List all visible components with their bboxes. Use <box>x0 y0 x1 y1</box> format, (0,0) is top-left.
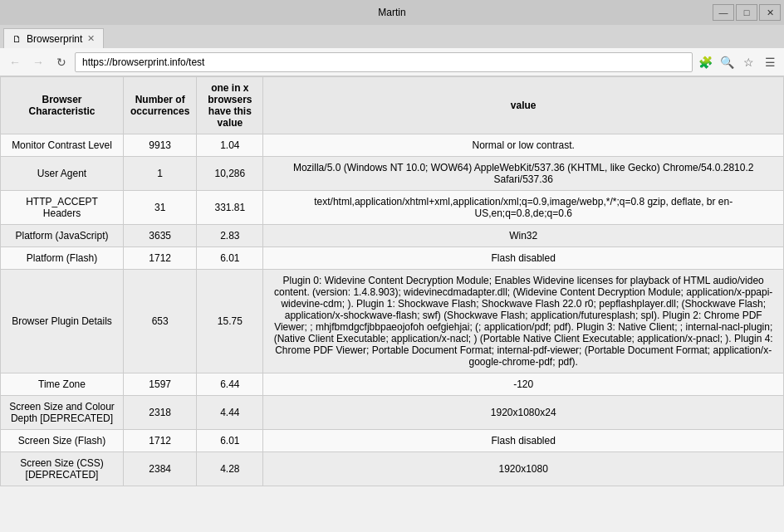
fingerprint-table: Browser Characteristic Number of occurre… <box>0 76 784 486</box>
bookmark-icon[interactable]: ☆ <box>739 53 757 71</box>
cell-value: 1920x1080 <box>263 452 784 486</box>
refresh-button[interactable]: ↻ <box>51 52 71 72</box>
nav-bar: ← → ↻ 🧩 🔍 ☆ ☰ <box>0 48 784 76</box>
cell-value: Flash disabled <box>263 247 784 270</box>
cell-value: 1920x1080x24 <box>263 396 784 430</box>
table-row: Monitor Contrast Level99131.04Normal or … <box>1 134 784 157</box>
table-row: Time Zone15976.44-120 <box>1 373 784 396</box>
cell-occurrences: 31 <box>124 191 197 225</box>
cell-value: text/html,application/xhtml+xml,applicat… <box>263 191 784 225</box>
nav-icons: 🧩 🔍 ☆ ☰ <box>696 53 779 71</box>
header-value: value <box>263 77 784 134</box>
cell-characteristic: Platform (Flash) <box>1 247 124 270</box>
cell-one-in-x: 331.81 <box>197 191 263 225</box>
browser-tab[interactable]: 🗋 Browserprint ✕ <box>3 28 104 48</box>
cell-characteristic: Screen Size (Flash) <box>1 430 124 452</box>
extensions-icon[interactable]: 🧩 <box>696 53 714 71</box>
cell-occurrences: 1597 <box>124 373 197 396</box>
cell-one-in-x: 4.44 <box>197 396 263 430</box>
title-bar-user: Martin <box>378 7 405 18</box>
cell-characteristic: Platform (JavaScript) <box>1 225 124 247</box>
cell-occurrences: 9913 <box>124 134 197 157</box>
cell-one-in-x: 15.75 <box>197 270 263 373</box>
cell-one-in-x: 2.83 <box>197 225 263 247</box>
table-row: Browser Plugin Details65315.75Plugin 0: … <box>1 270 784 373</box>
table-row: HTTP_ACCEPT Headers31331.81text/html,app… <box>1 191 784 225</box>
cell-occurrences: 653 <box>124 270 197 373</box>
cell-characteristic: Screen Size and Colour Depth [DEPRECATED… <box>1 396 124 430</box>
header-occurrences: Number of occurrences <box>124 77 197 134</box>
forward-button[interactable]: → <box>28 52 48 72</box>
cell-occurrences: 1712 <box>124 430 197 452</box>
cell-characteristic: Screen Size (CSS) [DEPRECATED] <box>1 452 124 486</box>
cell-occurrences: 2384 <box>124 452 197 486</box>
table-row: Screen Size (CSS) [DEPRECATED]23844.2819… <box>1 452 784 486</box>
cell-value: Flash disabled <box>263 430 784 452</box>
header-one-in-x: one in x browsers have this value <box>197 77 263 134</box>
cell-occurrences: 1712 <box>124 247 197 270</box>
header-characteristic: Browser Characteristic <box>1 77 124 134</box>
content-area: Browser Characteristic Number of occurre… <box>0 76 784 532</box>
menu-icon[interactable]: ☰ <box>761 53 779 71</box>
minimize-button[interactable]: — <box>713 4 734 21</box>
cell-occurrences: 1 <box>124 157 197 191</box>
cell-occurrences: 3635 <box>124 225 197 247</box>
close-button[interactable]: ✕ <box>759 4 781 21</box>
cell-one-in-x: 4.28 <box>197 452 263 486</box>
table-row: Screen Size (Flash)17126.01Flash disable… <box>1 430 784 452</box>
cell-one-in-x: 6.44 <box>197 373 263 396</box>
cell-value: Normal or low contrast. <box>263 134 784 157</box>
cell-characteristic: Browser Plugin Details <box>1 270 124 373</box>
cell-characteristic: HTTP_ACCEPT Headers <box>1 191 124 225</box>
cell-characteristic: Monitor Contrast Level <box>1 134 124 157</box>
cell-value: Win32 <box>263 225 784 247</box>
table-row: User Agent110,286Mozilla/5.0 (Windows NT… <box>1 157 784 191</box>
cell-one-in-x: 6.01 <box>197 247 263 270</box>
tab-label: Browserprint <box>27 33 82 45</box>
address-bar[interactable] <box>75 52 693 72</box>
tab-close-button[interactable]: ✕ <box>87 33 95 44</box>
cell-one-in-x: 6.01 <box>197 430 263 452</box>
cell-value: Mozilla/5.0 (Windows NT 10.0; WOW64) App… <box>263 157 784 191</box>
cell-characteristic: User Agent <box>1 157 124 191</box>
cell-occurrences: 2318 <box>124 396 197 430</box>
maximize-button[interactable]: □ <box>736 4 757 21</box>
cell-value: -120 <box>263 373 784 396</box>
tab-bar: 🗋 Browserprint ✕ <box>0 25 784 48</box>
cell-one-in-x: 10,286 <box>197 157 263 191</box>
zoom-icon[interactable]: 🔍 <box>718 53 736 71</box>
title-bar: Martin — □ ✕ <box>0 0 784 25</box>
cell-characteristic: Time Zone <box>1 373 124 396</box>
back-button[interactable]: ← <box>5 52 25 72</box>
table-row: Platform (JavaScript)36352.83Win32 <box>1 225 784 247</box>
cell-value: Plugin 0: Widevine Content Decryption Mo… <box>263 270 784 373</box>
cell-one-in-x: 1.04 <box>197 134 263 157</box>
table-row: Screen Size and Colour Depth [DEPRECATED… <box>1 396 784 430</box>
table-row: Platform (Flash)17126.01Flash disabled <box>1 247 784 270</box>
tab-page-icon: 🗋 <box>12 34 22 44</box>
window-controls: — □ ✕ <box>713 4 781 21</box>
